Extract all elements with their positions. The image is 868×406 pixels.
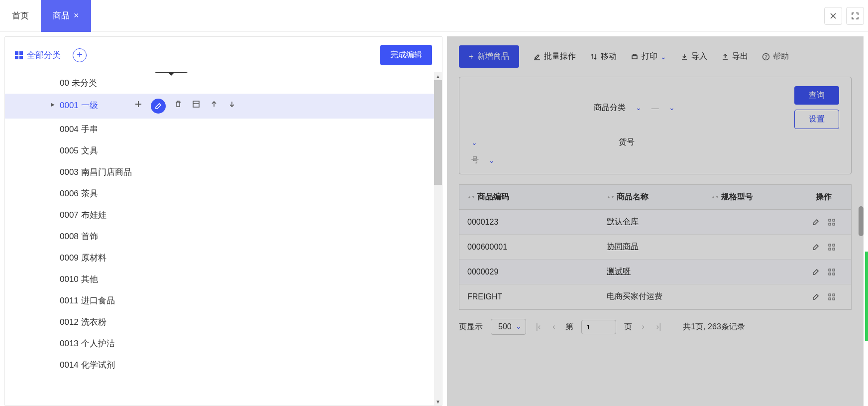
table-scrollbar[interactable] xyxy=(859,206,864,236)
category-title[interactable]: 全部分类 xyxy=(15,49,61,61)
cell-code: 000600001 xyxy=(459,236,599,259)
cell-op xyxy=(796,261,851,283)
cell-op xyxy=(796,286,851,308)
grid-icon xyxy=(15,51,23,59)
pager-next[interactable]: › xyxy=(640,322,647,331)
th-op-label: 操作 xyxy=(816,192,832,202)
pager: 页显示 500⌄ |‹ ‹ 第 页 › ›| 共1页, 263条记录 xyxy=(447,310,864,344)
svg-rect-12 xyxy=(833,248,835,250)
fullscreen-button[interactable] xyxy=(846,7,864,25)
cell-code: FREIGHT xyxy=(459,285,599,308)
print-button[interactable]: 打印⌄ xyxy=(631,51,666,62)
row-edit-icon[interactable] xyxy=(812,293,820,301)
move-down-icon[interactable] xyxy=(226,99,237,110)
row-more-icon[interactable] xyxy=(828,243,836,251)
tab-home[interactable]: 首页 xyxy=(0,0,41,32)
tabbar: 首页 商品 × xyxy=(0,0,868,32)
group-icon[interactable] xyxy=(191,99,202,110)
table-row[interactable]: FREIGHT电商买家付运费 xyxy=(459,284,851,309)
chevron-down-icon: ⌄ xyxy=(660,53,666,61)
content: 全部分类 + 完成编辑 00 未分类0001 一级0004 手串0005 文具0… xyxy=(0,32,868,406)
svg-rect-10 xyxy=(833,244,835,246)
category-item[interactable]: 0010 其他 xyxy=(5,269,438,290)
export-icon xyxy=(721,53,729,61)
cell-code: 0000123 xyxy=(459,211,599,234)
product-name-link[interactable]: 默认仓库 xyxy=(607,217,639,226)
category-item[interactable]: 0014 化学试剂 xyxy=(5,354,438,376)
help-button[interactable]: ?帮助 xyxy=(762,51,789,62)
delete-icon[interactable] xyxy=(173,99,184,110)
th-spec[interactable]: ▲▼规格型号 xyxy=(703,185,796,209)
page-input[interactable] xyxy=(581,320,616,334)
row-more-icon[interactable] xyxy=(828,268,836,276)
new-product-button[interactable]: +新增商品 xyxy=(459,45,519,68)
cell-spec xyxy=(703,240,796,254)
chevron-down-icon: ⌄ xyxy=(636,104,642,112)
window-edge-indicator xyxy=(865,252,868,341)
filter-left[interactable]: ⌄ xyxy=(471,138,567,146)
row-edit-icon[interactable] xyxy=(812,243,820,251)
category-item[interactable]: 0011 进口食品 xyxy=(5,290,438,311)
table-row[interactable]: 000600001协同商品 xyxy=(459,235,851,260)
tab-product-label: 商品 xyxy=(53,10,70,21)
pager-first[interactable]: |‹ xyxy=(534,322,542,331)
scrollbar-track[interactable]: ▲ ▼ xyxy=(434,72,442,406)
category-item[interactable]: 0005 文具 xyxy=(5,140,438,161)
category-item[interactable]: 0012 洗衣粉 xyxy=(5,311,438,333)
svg-rect-17 xyxy=(829,294,831,296)
pager-prev[interactable]: ‹ xyxy=(550,322,557,331)
svg-rect-1 xyxy=(632,56,637,59)
category-item[interactable]: 0013 个人护洁 xyxy=(5,333,438,354)
svg-rect-0 xyxy=(193,101,199,107)
scrollbar-thumb[interactable] xyxy=(434,80,442,185)
category-item[interactable]: 0006 茶具 xyxy=(5,183,438,204)
svg-rect-16 xyxy=(833,273,835,275)
svg-rect-6 xyxy=(833,219,835,221)
row-edit-icon[interactable] xyxy=(812,218,820,226)
edit-icon[interactable] xyxy=(151,99,166,114)
close-all-button[interactable] xyxy=(824,7,842,25)
product-name-link[interactable]: 协同商品 xyxy=(607,242,639,251)
batch-button[interactable]: 批量操作 xyxy=(533,51,576,62)
add-category-button[interactable]: + xyxy=(73,48,87,62)
close-icon[interactable]: × xyxy=(74,10,79,21)
tab-product[interactable]: 商品 × xyxy=(41,0,91,32)
scroll-down-icon[interactable]: ▼ xyxy=(434,398,442,406)
table-row[interactable]: 0000123默认仓库 xyxy=(459,210,851,235)
add-child-icon[interactable] xyxy=(133,99,144,110)
cell-op xyxy=(796,236,851,258)
th-name[interactable]: ▲▼商品名称 xyxy=(599,185,703,209)
query-button[interactable]: 查询 xyxy=(794,86,839,105)
product-name-link[interactable]: 测试呀 xyxy=(607,267,631,275)
export-button[interactable]: 导出 xyxy=(721,51,748,62)
category-item[interactable]: 0008 首饰 xyxy=(5,226,438,247)
category-item[interactable]: 0009 原材料 xyxy=(5,247,438,269)
finish-edit-button[interactable]: 完成编辑 xyxy=(380,45,432,65)
move-up-icon[interactable] xyxy=(209,99,219,110)
batch-label: 批量操作 xyxy=(544,51,576,62)
filter-sku[interactable]: 货号 xyxy=(579,137,674,147)
row-more-icon[interactable] xyxy=(828,293,836,301)
category-item-label: 0001 一级 xyxy=(60,101,98,110)
filter-category[interactable]: 商品分类 ⌄ — ⌄ xyxy=(579,103,674,113)
svg-rect-13 xyxy=(829,269,831,271)
edit-tooltip: 编辑 xyxy=(154,72,188,73)
th-code[interactable]: ▲▼商品编码 xyxy=(459,185,599,209)
table-row[interactable]: 0000029测试呀 xyxy=(459,260,851,284)
category-item[interactable]: 0004 手串 xyxy=(5,119,438,140)
scroll-up-icon[interactable]: ▲ xyxy=(434,72,442,80)
row-more-icon[interactable] xyxy=(828,218,836,226)
pager-last[interactable]: ›| xyxy=(654,322,663,331)
page-size-select[interactable]: 500⌄ xyxy=(491,319,526,335)
move-button[interactable]: 移动 xyxy=(590,51,617,62)
cell-spec xyxy=(703,215,796,229)
category-item[interactable]: 0001 一级 xyxy=(5,94,438,119)
row-edit-icon[interactable] xyxy=(812,268,820,276)
svg-rect-7 xyxy=(829,223,831,225)
category-item[interactable]: 00 未分类 xyxy=(5,72,438,94)
import-button[interactable]: 导入 xyxy=(680,51,707,62)
settings-button[interactable]: 设置 xyxy=(794,110,839,129)
filter-extra[interactable]: 号⌄ xyxy=(471,155,567,165)
category-item[interactable]: 0003 南昌门店商品 xyxy=(5,161,438,183)
category-item[interactable]: 0007 布娃娃 xyxy=(5,204,438,226)
